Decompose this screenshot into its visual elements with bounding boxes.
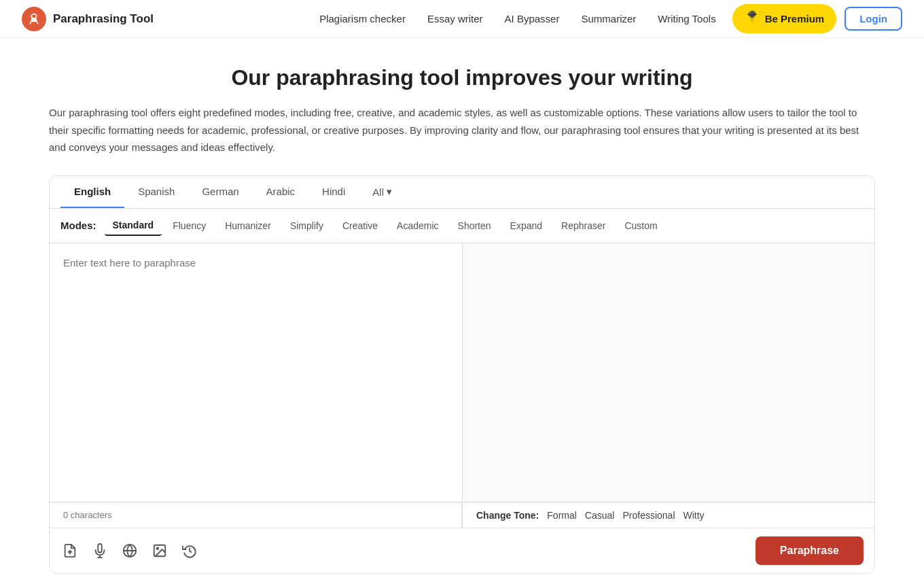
change-tone-label: Change Tone: (476, 510, 539, 521)
image-icon[interactable] (150, 541, 169, 560)
nav-essay[interactable]: Essay writer (427, 13, 483, 24)
main-nav: Plagiarism checker Essay writer AI Bypas… (319, 13, 715, 24)
header: Paraphrasing Tool Plagiarism checker Ess… (0, 0, 924, 38)
upload-icon[interactable] (60, 541, 79, 560)
lang-tab-arabic[interactable]: Arabic (253, 176, 309, 208)
hero-description: Our paraphrasing tool offers eight prede… (49, 104, 875, 156)
all-languages-dropdown[interactable]: All ▾ (359, 176, 406, 207)
nav-ai-bypasser[interactable]: AI Bypasser (505, 13, 560, 24)
login-button[interactable]: Login (845, 7, 902, 31)
mode-standard[interactable]: Standard (105, 216, 162, 236)
all-label: All (372, 186, 384, 198)
tone-witty[interactable]: Witty (683, 510, 705, 521)
editor-row (50, 243, 874, 502)
nav-writing-tools[interactable]: Writing Tools (658, 13, 715, 24)
mode-expand[interactable]: Expand (502, 216, 550, 235)
editor-left (50, 243, 463, 502)
toolbar-icons (60, 541, 199, 560)
mode-academic[interactable]: Academic (389, 216, 446, 235)
lang-tab-spanish[interactable]: Spanish (124, 176, 188, 208)
mode-creative[interactable]: Creative (334, 216, 386, 235)
paraphrase-button[interactable]: Paraphrase (756, 536, 864, 565)
editor-right (463, 243, 875, 502)
tone-casual[interactable]: Casual (585, 510, 615, 521)
translate-icon[interactable] (120, 541, 139, 560)
logo-text: Paraphrasing Tool (53, 12, 154, 26)
main-content: Our paraphrasing tool improves your writ… (27, 38, 897, 574)
nav-plagiarism[interactable]: Plagiarism checker (319, 13, 406, 24)
output-area (463, 243, 875, 502)
logo[interactable]: Paraphrasing Tool (22, 7, 154, 31)
gem-icon (745, 10, 760, 28)
lang-tab-hindi[interactable]: Hindi (308, 176, 359, 208)
text-input[interactable] (50, 243, 462, 502)
premium-label: Be Premium (765, 13, 825, 24)
hero-title: Our paraphrasing tool improves your writ… (49, 65, 875, 90)
logo-icon (22, 7, 46, 31)
modes-label: Modes: (60, 220, 96, 231)
lang-tab-english[interactable]: English (60, 176, 124, 208)
svg-point-13 (156, 547, 158, 549)
be-premium-button[interactable]: Be Premium (732, 4, 837, 33)
mode-rephraser[interactable]: Rephraser (553, 216, 614, 235)
language-tabs: English Spanish German Arabic Hindi All … (50, 176, 874, 209)
mode-humanizer[interactable]: Humanizer (217, 216, 279, 235)
char-count: 0 characters (50, 502, 462, 528)
bottom-toolbar: Paraphrase (50, 528, 874, 573)
mode-simplify[interactable]: Simplify (282, 216, 332, 235)
tone-formal[interactable]: Formal (547, 510, 577, 521)
modes-bar: Modes: Standard Fluency Humanizer Simpli… (50, 209, 874, 243)
bottom-info-row: 0 characters Change Tone: Formal Casual … (50, 502, 874, 528)
tool-box: English Spanish German Arabic Hindi All … (49, 175, 875, 574)
microphone-icon[interactable] (90, 541, 109, 560)
chevron-down-icon: ▾ (387, 186, 392, 198)
change-tone-bar: Change Tone: Formal Casual Professional … (462, 502, 874, 528)
lang-tab-german[interactable]: German (188, 176, 252, 208)
mode-fluency[interactable]: Fluency (164, 216, 214, 235)
nav-summarizer[interactable]: Summarizer (581, 13, 636, 24)
mode-custom[interactable]: Custom (616, 216, 665, 235)
tone-professional[interactable]: Professional (622, 510, 675, 521)
history-icon[interactable] (180, 541, 199, 560)
mode-shorten[interactable]: Shorten (450, 216, 499, 235)
